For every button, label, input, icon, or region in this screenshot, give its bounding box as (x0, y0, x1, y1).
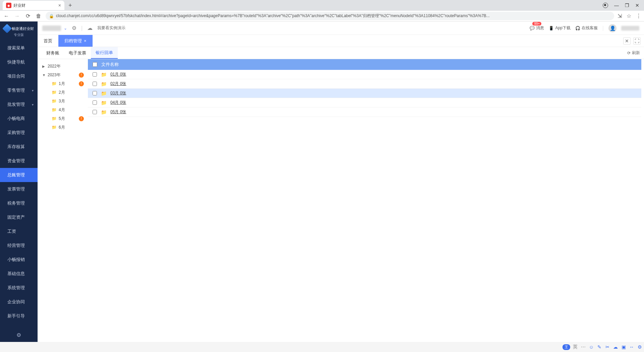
sidebar-item[interactable]: 工资 (0, 224, 38, 238)
tab-close-icon[interactable]: × (84, 38, 87, 43)
tree-month[interactable]: 📁6月 (38, 123, 88, 132)
file-name-link[interactable]: 04月 0张 (110, 100, 126, 105)
reload-icon[interactable]: ⟳ (24, 13, 32, 19)
tree-label: 3月 (59, 98, 65, 104)
browser-tab-strip: ◆ 好业财 × + — ❐ ✕ (0, 0, 644, 11)
sidebar-item[interactable]: 基础信息 (0, 267, 38, 281)
file-row[interactable]: 📁05月 0张 (88, 107, 641, 117)
page-tab[interactable]: 归档管理× (58, 35, 93, 47)
sidebar-item[interactable]: 资金管理 (0, 154, 38, 168)
row-checkbox[interactable] (93, 110, 97, 114)
sidebar-item[interactable]: 经营管理 (0, 238, 38, 253)
settings-gear-icon[interactable]: ⚙ (0, 328, 38, 342)
sidebar-item[interactable]: 固定资产 (0, 210, 38, 224)
address-bar[interactable]: 🔒 cloud.chanjet.com/cc/u6d89qwnryel/57bf… (46, 12, 614, 20)
company-settings-icon[interactable]: ⚙ (72, 25, 76, 31)
app-download-button[interactable]: 📱 App下载 (549, 25, 570, 31)
forward-icon[interactable]: → (13, 13, 21, 19)
file-name-link[interactable]: 05月 0张 (110, 109, 126, 115)
install-app-icon[interactable]: ⇲ (618, 13, 622, 19)
sidebar-item[interactable]: 采购管理 (0, 126, 38, 140)
sidebar-item[interactable]: 发票管理 (0, 182, 38, 196)
sidebar-item[interactable]: 小畅报销 (0, 253, 38, 267)
account-icon[interactable] (603, 3, 608, 8)
minimize-icon[interactable]: — (614, 3, 619, 8)
browser-tab[interactable]: ◆ 好业财 × (3, 1, 64, 10)
file-name-link[interactable]: 03月 0张 (110, 90, 126, 96)
row-checkbox[interactable] (93, 82, 97, 86)
back-icon[interactable]: ← (3, 13, 10, 19)
subtab[interactable]: 银行回单 (91, 47, 118, 59)
messages-button[interactable]: 💬 消息 99+ (530, 25, 544, 31)
tree-year[interactable]: ▼2023年! (38, 71, 88, 79)
tray-1-icon[interactable]: ⋯ (580, 344, 586, 350)
lock-icon: 🔒 (49, 14, 54, 18)
select-all-checkbox[interactable] (93, 62, 97, 67)
tab-close-icon[interactable]: × (58, 3, 61, 8)
row-checkbox[interactable] (93, 91, 97, 95)
file-row[interactable]: 📁02月 0张 (88, 79, 641, 89)
tray-image-icon[interactable]: ▣ (621, 344, 627, 350)
phone-icon: 📱 (549, 26, 554, 31)
page-tab[interactable]: 首页 (38, 35, 58, 47)
file-row[interactable]: 📁03月 0张 (88, 89, 641, 98)
tree-month[interactable]: 📁1月! (38, 79, 88, 88)
tray-cloud-icon[interactable]: ☁ (612, 344, 619, 350)
demo-link[interactable]: 我要看实例演示 (97, 25, 125, 31)
tree-month[interactable]: 📁5月! (38, 114, 88, 123)
arrow-right-icon: ▶ (42, 64, 46, 68)
new-tab-button[interactable]: + (68, 2, 72, 9)
sidebar-item[interactable]: 零售管理▾ (0, 83, 38, 97)
kebab-menu-icon[interactable]: ⋮ (636, 13, 641, 19)
user-avatar[interactable]: 👤 (608, 24, 616, 32)
page-tabs: 首页归档管理× ✕ ⛶ (38, 35, 644, 47)
bookmark-icon[interactable]: ☆ (627, 13, 631, 19)
alert-dot-icon: ! (79, 116, 84, 121)
tree-year[interactable]: ▶2022年 (38, 62, 88, 71)
sidebar-item[interactable]: 税务管理 (0, 196, 38, 210)
tree-label: 6月 (59, 125, 65, 130)
row-checkbox[interactable] (93, 100, 97, 105)
row-checkbox[interactable] (93, 72, 97, 77)
file-row[interactable]: 📁01月 0张 (88, 70, 641, 79)
logo-diamond-icon (2, 24, 12, 33)
sidebar-item[interactable]: 库存核算 (0, 140, 38, 154)
company-selector[interactable]: ⌄ (42, 26, 67, 31)
file-row[interactable]: 📁04月 0张 (88, 98, 641, 107)
tray-smile-icon[interactable]: ☺ (588, 344, 594, 350)
maximize-icon[interactable]: ❐ (625, 3, 629, 8)
file-list-header: 文件名称 (88, 59, 641, 70)
tree-month[interactable]: 📁3月 (38, 97, 88, 105)
tray-gear-icon[interactable]: ⚙ (637, 344, 643, 350)
column-header-filename: 文件名称 (101, 61, 119, 68)
refresh-button[interactable]: ⟳刷新 (627, 50, 640, 56)
tree-label: 5月 (59, 116, 65, 122)
sidebar-item[interactable]: 项目合同 (0, 69, 38, 83)
sidebar-item[interactable]: 批发管理▾ (0, 97, 38, 112)
tray-edit-icon[interactable]: ✎ (596, 344, 602, 350)
folder-icon: 📁 (101, 81, 106, 87)
tray-expand-icon[interactable]: ↔ (629, 344, 635, 350)
ime-lang[interactable]: 英 (572, 344, 578, 350)
subtab[interactable]: 电子发票 (64, 47, 91, 59)
sidebar-item[interactable]: 小畅电商 (0, 112, 38, 126)
ime-badge[interactable]: 王 (562, 344, 570, 350)
tree-label: 1月 (59, 81, 65, 87)
tray-scissors-icon[interactable]: ✂ (604, 344, 610, 350)
tree-month[interactable]: 📁2月 (38, 88, 88, 97)
file-name-link[interactable]: 01月 0张 (110, 72, 126, 77)
fullscreen-icon[interactable]: ⛶ (633, 37, 641, 45)
sidebar-item[interactable]: 系统管理 (0, 281, 38, 295)
subtab[interactable]: 财务账 (42, 47, 64, 59)
tree-month[interactable]: 📁4月 (38, 105, 88, 114)
sidebar-item[interactable]: 快捷导航 (0, 55, 38, 69)
sidebar-item[interactable]: 总账管理 (0, 168, 38, 182)
sidebar-item[interactable]: 新手引导 (0, 309, 38, 323)
file-name-link[interactable]: 02月 0张 (110, 81, 126, 87)
online-service-button[interactable]: 🎧 在线客服 (575, 25, 598, 31)
close-tab-icon[interactable]: ✕ (623, 37, 631, 45)
sidebar-item[interactable]: 搜索菜单 (0, 41, 38, 55)
close-window-icon[interactable]: ✕ (635, 3, 639, 8)
trash-icon[interactable]: 🗑 (35, 13, 42, 19)
sidebar-item[interactable]: 企业协同 (0, 295, 38, 309)
